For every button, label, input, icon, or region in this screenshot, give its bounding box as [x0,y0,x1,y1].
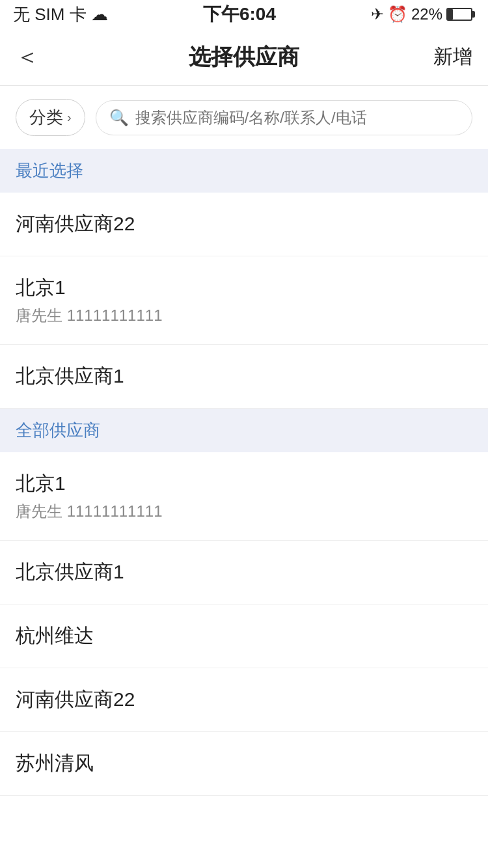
supplier-name: 河南供应商22 [16,686,472,713]
search-box[interactable]: 🔍 [96,100,472,135]
supplier-name: 河南供应商22 [16,211,472,237]
location-icon: ✈ [371,5,384,23]
nav-bar: ＜ 选择供应商 新增 [0,29,488,86]
status-right: ✈ ⏰ 22% [371,5,475,23]
supplier-name: 杭州维达 [16,623,472,649]
list-item[interactable]: 北京供应商1 [0,541,488,604]
list-item[interactable]: 河南供应商22 [0,668,488,732]
list-item[interactable]: 北京1 唐先生 11111111111 [0,256,488,345]
recent-section-header: 最近选择 [0,149,488,193]
chevron-right-icon: › [67,110,72,125]
filter-bar: 分类 › 🔍 [0,86,488,149]
alarm-icon: ⏰ [388,5,407,23]
all-section-label: 全部供应商 [16,420,100,440]
supplier-name: 北京1 [16,275,472,301]
status-left: 无 SIM 卡 ☁ [13,3,108,26]
supplier-name: 苏州清风 [16,750,472,777]
list-item[interactable]: 河南供应商22 [0,193,488,256]
battery-icon [446,8,475,21]
back-button[interactable]: ＜ [16,41,55,73]
status-bar: 无 SIM 卡 ☁ 下午6:04 ✈ ⏰ 22% [0,0,488,29]
search-input[interactable] [135,109,459,127]
recent-section-label: 最近选择 [16,161,83,180]
all-items-list: 北京1 唐先生 11111111111 北京供应商1 杭州维达 河南供应商22 … [0,452,488,796]
supplier-name: 北京供应商1 [16,559,472,586]
supplier-contact: 唐先生 11111111111 [16,305,472,326]
no-sim-label: 无 SIM 卡 ☁ [13,3,108,26]
list-item[interactable]: 杭州维达 [0,604,488,668]
all-section-header: 全部供应商 [0,409,488,452]
supplier-name: 北京1 [16,470,472,497]
search-icon: 🔍 [109,109,129,127]
battery-label: 22% [411,5,442,23]
category-button[interactable]: 分类 › [16,99,85,136]
category-label: 分类 [29,106,63,129]
recent-items-list: 河南供应商22 北京1 唐先生 11111111111 北京供应商1 [0,193,488,409]
supplier-name: 北京供应商1 [16,363,472,390]
page-title: 选择供应商 [189,42,299,72]
list-item[interactable]: 北京供应商1 [0,345,488,409]
add-button[interactable]: 新增 [433,44,472,70]
supplier-contact: 唐先生 11111111111 [16,501,472,522]
list-item[interactable]: 苏州清风 [0,732,488,796]
status-time: 下午6:04 [203,2,276,27]
list-item[interactable]: 北京1 唐先生 11111111111 [0,452,488,541]
